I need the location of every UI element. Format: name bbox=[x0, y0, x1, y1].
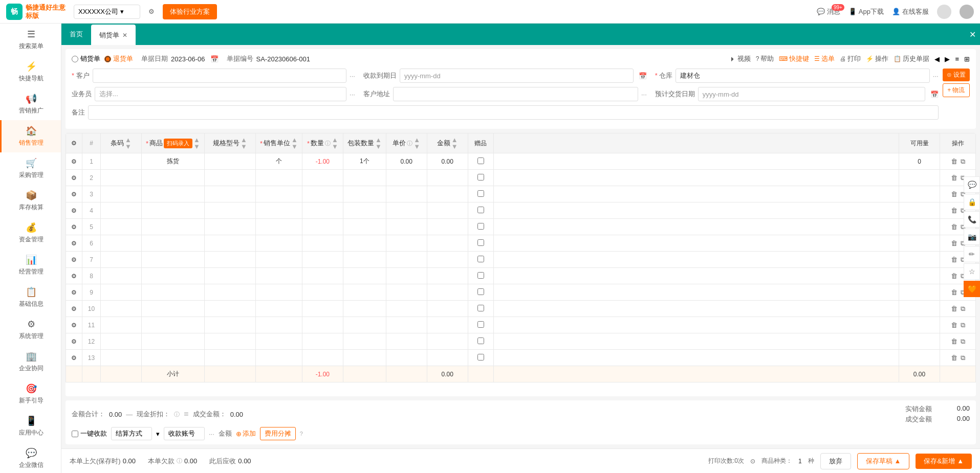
cell-settings-7[interactable]: ⚙ bbox=[66, 268, 82, 284]
cell-unit-10[interactable] bbox=[255, 317, 302, 333]
cell-product-1[interactable] bbox=[142, 170, 205, 186]
scan-btn[interactable]: 扫码录入 bbox=[164, 139, 192, 148]
delete-icon-8[interactable]: 🗑 bbox=[951, 288, 957, 296]
sidebar-item-ops[interactable]: 📊 经营管理 bbox=[0, 249, 61, 281]
cell-product-8[interactable] bbox=[142, 284, 205, 301]
cell-settings-10[interactable]: ⚙ bbox=[66, 317, 82, 333]
cell-gift-4[interactable] bbox=[468, 219, 493, 235]
payment-account-dots[interactable]: ··· bbox=[209, 430, 214, 438]
delete-icon-1[interactable]: 🗑 bbox=[951, 174, 957, 182]
cell-spec-9[interactable] bbox=[204, 301, 255, 317]
save-draft-button[interactable]: 保存草稿 ▲ bbox=[857, 453, 910, 469]
cell-pack-5[interactable] bbox=[343, 235, 386, 252]
cell-settings-6[interactable]: ⚙ bbox=[66, 252, 82, 268]
cell-spec-7[interactable] bbox=[204, 268, 255, 284]
cell-barcode-8[interactable] bbox=[101, 284, 142, 301]
cell-price-4[interactable] bbox=[386, 219, 427, 235]
delete-icon-9[interactable]: 🗑 bbox=[951, 305, 957, 312]
cell-unit-8[interactable] bbox=[255, 284, 302, 301]
customer-address-input[interactable] bbox=[393, 87, 638, 101]
cell-spec-10[interactable] bbox=[204, 317, 255, 333]
cell-unit-11[interactable] bbox=[255, 333, 302, 350]
expense-btn[interactable]: 费用分摊 bbox=[260, 427, 296, 440]
cell-unit-12[interactable] bbox=[255, 350, 302, 366]
cell-price-9[interactable] bbox=[386, 301, 427, 317]
cell-spec-4[interactable] bbox=[204, 219, 255, 235]
delete-icon-0[interactable]: 🗑 bbox=[951, 157, 957, 165]
cell-qty-3[interactable] bbox=[302, 202, 343, 219]
float-btn-star[interactable]: ☆ bbox=[964, 263, 980, 280]
cell-spec-8[interactable] bbox=[204, 284, 255, 301]
warehouse-input[interactable]: 建材仓 bbox=[676, 69, 929, 83]
cell-qty-2[interactable] bbox=[302, 186, 343, 202]
delivery-date-input[interactable]: yyyy-mm-dd bbox=[698, 87, 925, 101]
cell-pack-8[interactable] bbox=[343, 284, 386, 301]
cell-product-12[interactable] bbox=[142, 350, 205, 366]
add-payment-btn[interactable]: ⊕ 添加 bbox=[236, 429, 256, 438]
cell-amount-5[interactable] bbox=[427, 235, 468, 252]
save-draft-dropdown-icon[interactable]: ▲ bbox=[895, 457, 901, 465]
salesperson-input[interactable]: 选择... bbox=[95, 87, 346, 101]
cell-qty-8[interactable] bbox=[302, 284, 343, 301]
cell-qty-5[interactable] bbox=[302, 235, 343, 252]
sidebar-item-guide[interactable]: 🎯 新手引导 bbox=[0, 378, 61, 410]
delete-icon-12[interactable]: 🗑 bbox=[951, 354, 957, 362]
copy-icon-0[interactable]: ⧉ bbox=[961, 157, 965, 166]
cell-barcode-0[interactable] bbox=[101, 153, 142, 170]
trial-button[interactable]: 体验行业方案 bbox=[163, 4, 217, 19]
discard-button[interactable]: 放弃 bbox=[820, 453, 851, 469]
cell-pack-6[interactable] bbox=[343, 252, 386, 268]
th-settings[interactable]: ⚙ bbox=[66, 133, 82, 153]
cell-amount-3[interactable] bbox=[427, 202, 468, 219]
payment-due-calendar-icon[interactable]: 📅 bbox=[639, 72, 647, 80]
float-btn-chat[interactable]: 💬 bbox=[964, 176, 980, 193]
cell-product-11[interactable] bbox=[142, 333, 205, 350]
date-calendar-icon[interactable]: 📅 bbox=[210, 55, 219, 63]
nav-prev-icon[interactable]: ◀ bbox=[934, 55, 940, 63]
delete-icon-4[interactable]: 🗑 bbox=[951, 223, 957, 231]
cell-price-6[interactable] bbox=[386, 252, 427, 268]
cell-unit-2[interactable] bbox=[255, 186, 302, 202]
list-view-icon[interactable]: ≡ bbox=[955, 55, 959, 63]
cell-unit-9[interactable] bbox=[255, 301, 302, 317]
cell-gift-3[interactable] bbox=[468, 202, 493, 219]
cell-product-0[interactable]: 拣货 bbox=[142, 153, 205, 170]
float-btn-orange[interactable]: 🧡 bbox=[964, 281, 980, 297]
cell-barcode-2[interactable] bbox=[101, 186, 142, 202]
sidebar-item-sales[interactable]: 🏠 销售管理 bbox=[0, 120, 61, 152]
customer-input[interactable] bbox=[93, 69, 346, 83]
cell-pack-3[interactable] bbox=[343, 202, 386, 219]
cell-settings-3[interactable]: ⚙ bbox=[66, 202, 82, 219]
cell-barcode-12[interactable] bbox=[101, 350, 142, 366]
float-btn-lock[interactable]: 🔒 bbox=[964, 194, 980, 210]
cell-qty-12[interactable] bbox=[302, 350, 343, 366]
sidebar-item-funds[interactable]: 💰 资金管理 bbox=[0, 217, 61, 249]
notes-input[interactable] bbox=[88, 105, 939, 120]
one-click-pay-checkbox[interactable]: 一键收款 bbox=[72, 429, 107, 438]
online-service-btn[interactable]: 👤 在线客服 bbox=[892, 7, 929, 16]
cell-amount-10[interactable] bbox=[427, 317, 468, 333]
save-new-dropdown-icon[interactable]: ▲ bbox=[957, 457, 964, 465]
settings-btn[interactable]: ⊙ 设置 bbox=[943, 69, 970, 81]
cell-price-12[interactable] bbox=[386, 350, 427, 366]
cell-barcode-11[interactable] bbox=[101, 333, 142, 350]
payment-due-input[interactable]: yyyy-mm-dd bbox=[400, 69, 634, 83]
cell-qty-11[interactable] bbox=[302, 333, 343, 350]
cell-barcode-3[interactable] bbox=[101, 202, 142, 219]
cell-spec-0[interactable] bbox=[204, 153, 255, 170]
cell-settings-2[interactable]: ⚙ bbox=[66, 186, 82, 202]
sidebar-item-wechat[interactable]: 💬 企业微信 bbox=[0, 442, 61, 473]
cell-pack-7[interactable] bbox=[343, 268, 386, 284]
cell-gift-5[interactable] bbox=[468, 235, 493, 252]
radio-return[interactable]: 退货单 bbox=[104, 54, 133, 63]
copy-icon-9[interactable]: ⧉ bbox=[961, 305, 965, 313]
cell-product-6[interactable] bbox=[142, 252, 205, 268]
cell-gift-10[interactable] bbox=[468, 317, 493, 333]
float-btn-phone[interactable]: 📞 bbox=[964, 211, 980, 228]
cell-amount-1[interactable] bbox=[427, 170, 468, 186]
cell-gift-7[interactable] bbox=[468, 268, 493, 284]
cell-price-11[interactable] bbox=[386, 333, 427, 350]
cell-pack-2[interactable] bbox=[343, 186, 386, 202]
cell-price-1[interactable] bbox=[386, 170, 427, 186]
ops-btn[interactable]: ⚡ 操作 bbox=[866, 54, 888, 63]
